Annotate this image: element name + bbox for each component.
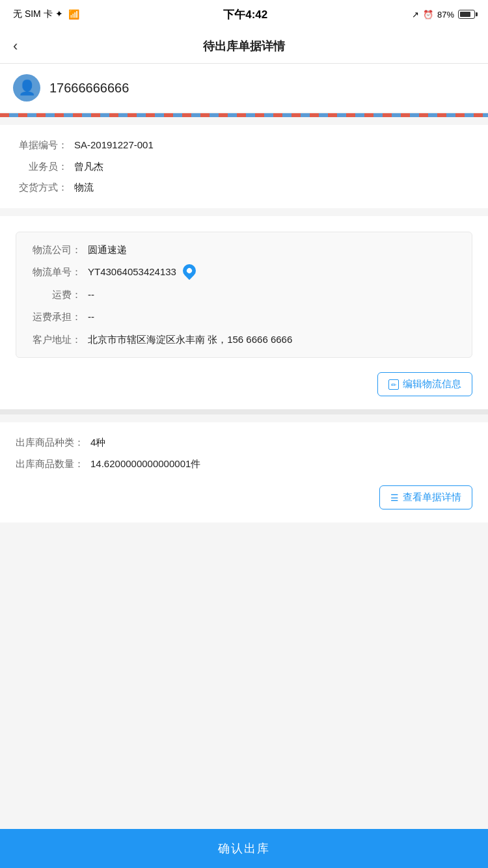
dashed-divider bbox=[0, 113, 488, 117]
order-info-section: 单据编号： SA-20191227-001 业务员： 曾凡杰 交货方式： 物流 bbox=[0, 125, 488, 208]
status-time: 下午4:42 bbox=[223, 7, 267, 22]
freight-row: 运费： -- bbox=[29, 288, 459, 303]
logistics-tracking-value: YT43064053424133 bbox=[88, 265, 459, 280]
delivery-method-label: 交货方式： bbox=[16, 180, 68, 195]
address-row: 客户地址： 北京市市辖区海淀区永丰南 张，156 6666 6666 bbox=[29, 332, 459, 347]
document-no-value: SA-20191227-001 bbox=[74, 138, 472, 153]
battery-tip bbox=[476, 12, 478, 16]
logistics-company-row: 物流公司： 圆通速递 bbox=[29, 243, 459, 258]
logistics-section: 物流公司： 圆通速递 物流单号： YT43064053424133 运费： --… bbox=[0, 216, 488, 410]
status-right: ↗ ⏰ 87% bbox=[412, 10, 475, 20]
nav-bar: ‹ 待出库单据详情 bbox=[0, 29, 488, 64]
alarm-icon: ⏰ bbox=[423, 10, 433, 20]
bottom-spacer bbox=[0, 530, 488, 660]
status-bar: 无 SIM 卡 ✦ 📶 下午4:42 ↗ ⏰ 87% bbox=[0, 0, 488, 29]
freight-bearer-value: -- bbox=[88, 310, 459, 325]
products-section: 出库商品种类： 4种 出库商品数量： 14.6200000000000001件 … bbox=[0, 422, 488, 522]
section-separator bbox=[0, 409, 488, 414]
location-status-icon: ↗ bbox=[412, 10, 419, 20]
product-type-label: 出库商品种类： bbox=[16, 435, 84, 450]
battery-percentage: 87% bbox=[437, 10, 454, 20]
avatar: 👤 bbox=[13, 74, 40, 102]
back-button[interactable]: ‹ bbox=[13, 38, 18, 55]
freight-value: -- bbox=[88, 288, 459, 303]
confirm-outbound-button[interactable]: 确认出库 bbox=[0, 829, 488, 868]
sim-status: 无 SIM 卡 ✦ bbox=[13, 8, 63, 20]
view-details-icon: ☰ bbox=[390, 493, 399, 503]
avatar-icon: 👤 bbox=[18, 79, 36, 96]
page-title: 待出库单据详情 bbox=[203, 38, 285, 54]
view-btn-row: ☰ 查看单据详情 bbox=[16, 478, 472, 509]
battery-icon bbox=[458, 10, 475, 19]
logistics-tracking-row: 物流单号： YT43064053424133 bbox=[29, 265, 459, 280]
view-details-button[interactable]: ☰ 查看单据详情 bbox=[379, 485, 472, 509]
document-no-row: 单据编号： SA-20191227-001 bbox=[16, 138, 472, 153]
freight-label: 运费： bbox=[29, 288, 81, 303]
logistics-card: 物流公司： 圆通速递 物流单号： YT43064053424133 运费： --… bbox=[16, 232, 472, 359]
address-label: 客户地址： bbox=[29, 332, 81, 347]
status-left: 无 SIM 卡 ✦ 📶 bbox=[13, 8, 79, 20]
edit-btn-row: 编辑物流信息 bbox=[16, 364, 472, 396]
edit-icon bbox=[388, 379, 399, 390]
confirm-btn-label: 确认出库 bbox=[218, 841, 270, 856]
view-btn-label: 查看单据详情 bbox=[403, 491, 461, 504]
customer-header: 👤 17666666666 bbox=[0, 64, 488, 112]
customer-phone: 17666666666 bbox=[49, 81, 129, 96]
tracking-location-icon[interactable] bbox=[180, 262, 198, 280]
freight-bearer-row: 运费承担： -- bbox=[29, 310, 459, 325]
logistics-company-value: 圆通速递 bbox=[88, 243, 459, 258]
sales-person-value: 曾凡杰 bbox=[74, 159, 472, 174]
delivery-method-value: 物流 bbox=[74, 180, 472, 195]
sales-person-label: 业务员： bbox=[16, 159, 68, 174]
product-quantity-row: 出库商品数量： 14.6200000000000001件 bbox=[16, 457, 472, 472]
logistics-company-label: 物流公司： bbox=[29, 243, 81, 258]
wifi-icon: 📶 bbox=[68, 9, 79, 20]
logistics-tracking-label: 物流单号： bbox=[29, 265, 81, 280]
edit-logistics-button[interactable]: 编辑物流信息 bbox=[377, 372, 472, 396]
edit-btn-label: 编辑物流信息 bbox=[403, 378, 461, 390]
battery-fill bbox=[460, 12, 470, 17]
sales-person-row: 业务员： 曾凡杰 bbox=[16, 159, 472, 174]
document-no-label: 单据编号： bbox=[16, 138, 68, 153]
address-value: 北京市市辖区海淀区永丰南 张，156 6666 6666 bbox=[88, 332, 459, 347]
product-quantity-value: 14.6200000000000001件 bbox=[90, 457, 472, 472]
product-type-value: 4种 bbox=[90, 435, 472, 450]
freight-bearer-label: 运费承担： bbox=[29, 310, 81, 325]
product-quantity-label: 出库商品数量： bbox=[16, 457, 84, 472]
product-type-row: 出库商品种类： 4种 bbox=[16, 435, 472, 450]
delivery-method-row: 交货方式： 物流 bbox=[16, 180, 472, 195]
